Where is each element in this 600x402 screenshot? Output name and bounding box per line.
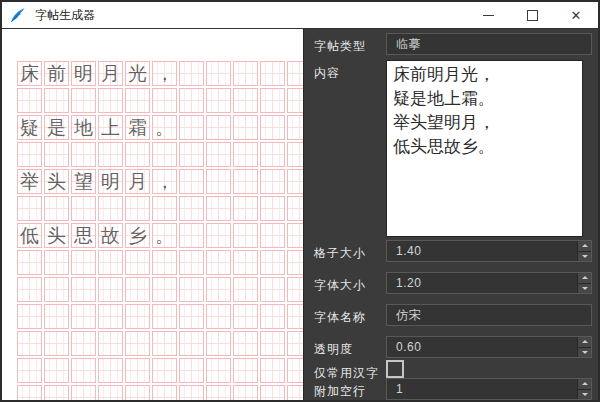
grid-cell <box>233 115 258 140</box>
grid-cell <box>287 331 303 356</box>
field-common-chars: 仅常用汉字 <box>314 360 592 380</box>
grid-char: 光 <box>128 64 147 83</box>
copybook-type-input[interactable] <box>386 33 592 55</box>
grid-cell <box>260 331 285 356</box>
grid-cell <box>71 142 96 167</box>
grid-cell: 疑 <box>17 115 42 140</box>
grid-cell: 举 <box>17 169 42 194</box>
grid-cell <box>206 250 231 275</box>
maximize-icon <box>527 10 538 21</box>
close-button[interactable]: ✕ <box>554 2 598 28</box>
spin-down-button[interactable] <box>578 389 591 400</box>
font-size-label: 字体大小 <box>314 277 366 294</box>
grid-cell <box>287 196 303 221</box>
grid-char: 疑 <box>20 118 39 137</box>
grid-char: 思 <box>74 226 93 245</box>
grid-cell <box>206 61 231 86</box>
grid-cell <box>260 385 285 400</box>
spin-down-button[interactable] <box>578 347 591 358</box>
grid-cell <box>206 115 231 140</box>
grid-char: 乡 <box>128 226 147 245</box>
close-icon: ✕ <box>571 9 582 22</box>
grid-cell <box>71 196 96 221</box>
grid-cell <box>206 88 231 113</box>
grid-cell <box>152 142 177 167</box>
grid-cell: 霜 <box>125 115 150 140</box>
grid-row <box>17 304 303 329</box>
grid-row: 床前明月光， <box>17 61 303 86</box>
grid-cell <box>152 277 177 302</box>
grid-cell <box>179 142 204 167</box>
grid-cell <box>206 196 231 221</box>
grid-cell <box>125 277 150 302</box>
grid-char: 霜 <box>128 118 147 137</box>
grid-cell: 头 <box>44 223 69 248</box>
spin-up-button[interactable] <box>578 337 591 347</box>
grid-cell <box>125 142 150 167</box>
grid-cell <box>17 304 42 329</box>
spin-down-button[interactable] <box>578 283 591 294</box>
grid-row <box>17 196 303 221</box>
grid-char: 地 <box>74 118 93 137</box>
grid-cell <box>152 304 177 329</box>
grid-cell <box>287 223 303 248</box>
grid-cell <box>287 169 303 194</box>
grid-cell <box>17 88 42 113</box>
maximize-button[interactable] <box>510 2 554 28</box>
grid-row <box>17 277 303 302</box>
grid-cell <box>260 196 285 221</box>
chevron-down-icon <box>582 255 588 258</box>
grid-cell <box>98 250 123 275</box>
opacity-spinbox <box>386 336 592 358</box>
grid-cell <box>260 142 285 167</box>
grid-cell <box>71 88 96 113</box>
grid-cell: 光 <box>125 61 150 86</box>
spin-down-button[interactable] <box>578 251 591 262</box>
grid-cell <box>260 61 285 86</box>
grid-cell <box>71 250 96 275</box>
field-font-size: 字体大小 <box>314 272 592 294</box>
common-chars-checkbox[interactable] <box>386 360 404 378</box>
grid-cell: 。 <box>152 223 177 248</box>
grid-cell <box>287 358 303 383</box>
grid-cell <box>206 385 231 400</box>
grid-char: 是 <box>47 118 66 137</box>
grid-cell <box>44 250 69 275</box>
grid-cell: 地 <box>71 115 96 140</box>
grid-char: 故 <box>101 226 120 245</box>
spin-buttons <box>577 337 591 357</box>
grid-cell: 乡 <box>125 223 150 248</box>
opacity-input[interactable] <box>386 336 592 358</box>
grid-cell <box>206 277 231 302</box>
grid-cell: 床 <box>17 61 42 86</box>
font-size-input[interactable] <box>386 272 592 294</box>
spin-buttons <box>577 273 591 293</box>
grid-cell <box>98 358 123 383</box>
extra-lines-input[interactable] <box>386 378 592 400</box>
grid-cell <box>260 358 285 383</box>
grid-size-input[interactable] <box>386 240 592 262</box>
chevron-up-icon <box>582 340 588 343</box>
grid-cell <box>152 385 177 400</box>
spin-buttons <box>577 379 591 399</box>
grid-cell <box>179 277 204 302</box>
grid-char: 。 <box>155 226 174 245</box>
grid-cell <box>179 304 204 329</box>
spin-up-button[interactable] <box>578 241 591 251</box>
grid-cell <box>233 331 258 356</box>
grid-cell <box>44 385 69 400</box>
spin-up-button[interactable] <box>578 379 591 389</box>
font-name-input[interactable] <box>386 304 592 326</box>
spin-up-button[interactable] <box>578 273 591 283</box>
grid-cell: 前 <box>44 61 69 86</box>
extra-lines-label: 附加空行 <box>314 383 366 400</box>
content-textarea[interactable]: 床前明月光， 疑是地上霜。 举头望明月， 低头思故乡。 <box>386 60 583 237</box>
grid-cell <box>152 250 177 275</box>
window-title: 字帖生成器 <box>35 7 95 24</box>
chevron-down-icon <box>582 287 588 290</box>
minimize-icon <box>483 15 494 16</box>
grid-row <box>17 331 303 356</box>
chevron-up-icon <box>582 276 588 279</box>
minimize-button[interactable] <box>466 2 510 28</box>
grid-char: 举 <box>20 172 39 191</box>
